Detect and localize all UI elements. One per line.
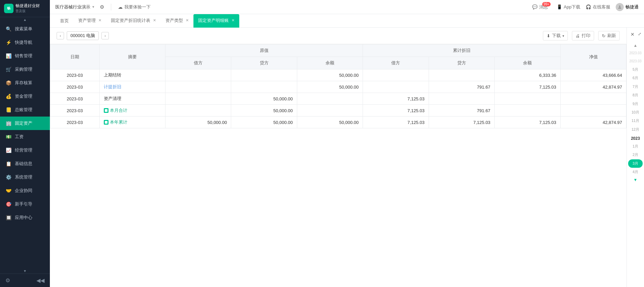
salary-icon: 💵 bbox=[5, 134, 11, 140]
col-orig-debit: 借方 bbox=[165, 57, 231, 69]
panel-top-buttons: ✕ ⤢ bbox=[627, 30, 644, 42]
svg-rect-1 bbox=[105, 109, 108, 112]
tab-home[interactable]: 首页 bbox=[55, 14, 73, 28]
experience-btn[interactable]: ☁ 我要体验一下 bbox=[118, 4, 151, 10]
refresh-button[interactable]: ↻ 刷新 bbox=[598, 31, 620, 40]
tab-asset-mgmt-label: 资产管理 bbox=[78, 18, 96, 24]
timeline-month-5[interactable]: 5月 bbox=[627, 65, 644, 74]
timeline-month-6[interactable]: 6月 bbox=[627, 74, 644, 82]
tabs-bar: 首页 资产管理 ✕ 固定资产折旧统计表 ✕ 资产类型 ✕ 固定资产明细账 ✕ bbox=[50, 14, 644, 28]
panel-expand-button[interactable]: ⤢ bbox=[637, 30, 643, 38]
timeline-month-9[interactable]: 9月 bbox=[627, 100, 644, 108]
tab-depreciation-stats-label: 固定资产折旧统计表 bbox=[111, 18, 150, 24]
sidebar-item-salary[interactable]: 💵 工资 bbox=[0, 130, 50, 144]
sidebar-item-ledger[interactable]: 📒 总账管理 bbox=[0, 103, 50, 117]
sidebar-label-sales: 销售管理 bbox=[15, 53, 32, 59]
cell-acc-debit-3: 7,125.03 bbox=[363, 93, 429, 105]
timeline-scroll-up-button[interactable]: ▲ bbox=[632, 42, 639, 49]
tab-depreciation-stats-close[interactable]: ✕ bbox=[153, 18, 156, 23]
customer-service-label: 在线客服 bbox=[593, 4, 610, 10]
download-icon: 📱 bbox=[557, 4, 562, 9]
cell-orig-debit-2 bbox=[165, 81, 231, 93]
print-button[interactable]: 🖨 打印 bbox=[572, 31, 594, 40]
cell-orig-balance-5: 50,000.00 bbox=[297, 117, 363, 128]
cell-acc-balance-1: 6,333.36 bbox=[495, 69, 560, 81]
app-download-label: App下载 bbox=[564, 4, 580, 10]
sidebar-item-system[interactable]: ⚙️ 系统管理 bbox=[0, 170, 50, 184]
cell-summary-2[interactable]: 计提折旧 bbox=[99, 81, 165, 93]
main-content: 医疗器械行业演示 ▾ ⚙ ☁ 我要体验一下 💬 消息 99+ 📱 App下载 🎧… bbox=[50, 0, 644, 287]
money-icon: 💰 bbox=[5, 93, 11, 99]
app-download-btn[interactable]: 📱 App下载 bbox=[557, 4, 580, 10]
cell-net-value-5: 42,874.97 bbox=[560, 117, 626, 128]
sidebar-item-sales[interactable]: 📊 销售管理 bbox=[0, 49, 50, 63]
collapse-icon[interactable]: ◀◀ bbox=[36, 277, 44, 284]
sidebar-item-quick-nav[interactable]: ⚡ 快捷导航 bbox=[0, 36, 50, 49]
cell-date-4: 2023-03 bbox=[50, 105, 100, 117]
tab-asset-mgmt-close[interactable]: ✕ bbox=[98, 18, 101, 23]
timeline-scroll-down-button[interactable]: ▼ bbox=[632, 176, 639, 184]
table-row: 2023-03 本月合计 50,000.00 bbox=[50, 105, 626, 117]
sidebar-item-enterprise[interactable]: 🤝 企业协同 bbox=[0, 184, 50, 197]
tab-asset-mgmt[interactable]: 资产管理 ✕ bbox=[73, 14, 106, 28]
cell-orig-credit-4: 50,000.00 bbox=[231, 105, 297, 117]
cell-orig-credit-3: 50,000.00 bbox=[231, 93, 297, 105]
sidebar-label-basic-info: 基础信息 bbox=[15, 161, 32, 167]
cell-summary-5: 本年累计 bbox=[99, 117, 165, 128]
timeline-month-7[interactable]: 7月 bbox=[627, 83, 644, 91]
messages-btn[interactable]: 💬 消息 99+ bbox=[532, 4, 548, 10]
sidebar-item-app-center[interactable]: 🔲 应用中心 bbox=[0, 211, 50, 224]
sidebar-item-basic-info[interactable]: 📋 基础信息 bbox=[0, 157, 50, 170]
download-button[interactable]: ⬇ 下载 ▾ bbox=[543, 31, 568, 40]
topbar-settings-icon[interactable]: ⚙ bbox=[100, 4, 104, 10]
settings-bottom-icon[interactable]: ⚙ bbox=[5, 277, 10, 284]
sidebar-item-search[interactable]: 🔍 搜索菜单 bbox=[0, 22, 50, 36]
cell-orig-debit-3 bbox=[165, 93, 231, 105]
cell-acc-debit-4: 7,125.03 bbox=[363, 105, 429, 117]
timeline-month-10[interactable]: 10月 bbox=[627, 108, 644, 117]
timeline-month-1[interactable]: 1月 bbox=[627, 142, 644, 151]
timeline-year1-start[interactable]: 2023.03 bbox=[627, 49, 644, 57]
timeline-month-3-active[interactable]: 3月 bbox=[628, 159, 643, 168]
sidebar-item-guide[interactable]: 🎯 新手引导 bbox=[0, 197, 50, 211]
project-selector[interactable]: 医疗器械行业演示 ▾ bbox=[55, 4, 94, 10]
tab-asset-detail[interactable]: 固定资产明细账 ✕ bbox=[193, 14, 239, 28]
tab-asset-detail-close[interactable]: ✕ bbox=[232, 18, 235, 23]
cell-acc-debit-1 bbox=[363, 69, 429, 81]
target-icon: 🎯 bbox=[5, 201, 11, 207]
panel-close-button[interactable]: ✕ bbox=[629, 30, 636, 40]
timeline-month-12[interactable]: 12月 bbox=[627, 125, 644, 134]
logo-icon: 畅 bbox=[4, 4, 13, 13]
cell-orig-balance-3 bbox=[297, 93, 363, 105]
timeline-month-2[interactable]: 2月 bbox=[627, 151, 644, 159]
sidebar-item-purchase[interactable]: 🛒 采购管理 bbox=[0, 63, 50, 76]
timeline-year1-end[interactable]: 2023.03 bbox=[627, 57, 644, 65]
year-total-tag: 本年累计 bbox=[104, 119, 127, 125]
next-asset-button[interactable]: › bbox=[101, 32, 109, 39]
sub-actions: ⬇ 下载 ▾ 🖨 打印 ↻ 刷新 bbox=[543, 31, 620, 40]
sidebar-item-operations[interactable]: 📈 经营管理 bbox=[0, 144, 50, 157]
customer-service-btn[interactable]: 🎧 在线客服 bbox=[586, 4, 610, 10]
sidebar-item-funds[interactable]: 💰 资金管理 bbox=[0, 90, 50, 103]
sidebar-label-system: 系统管理 bbox=[15, 174, 32, 180]
logo-info: 畅捷通好业财 普及版 bbox=[16, 3, 40, 13]
cell-acc-credit-5: 7,125.03 bbox=[429, 117, 494, 128]
sidebar-item-inventory[interactable]: 📦 库存核算 bbox=[0, 76, 50, 90]
tab-depreciation-stats[interactable]: 固定资产折旧统计表 ✕ bbox=[106, 14, 161, 28]
tab-asset-type-close[interactable]: ✕ bbox=[186, 18, 189, 23]
timeline-month-8[interactable]: 8月 bbox=[627, 91, 644, 99]
col-orig-credit: 贷方 bbox=[231, 57, 297, 69]
timeline-month-11[interactable]: 11月 bbox=[627, 117, 644, 125]
cell-net-value-4 bbox=[560, 105, 626, 117]
tab-asset-type[interactable]: 资产类型 ✕ bbox=[161, 14, 193, 28]
asset-navigator: ‹ 000001 电脑 › bbox=[57, 31, 109, 40]
cell-orig-debit-4 bbox=[165, 105, 231, 117]
cell-acc-balance-4 bbox=[495, 105, 560, 117]
prev-asset-button[interactable]: ‹ bbox=[57, 32, 64, 39]
sidebar-item-fixed-assets[interactable]: 🏢 固定资产 bbox=[0, 117, 50, 130]
svg-rect-2 bbox=[105, 121, 108, 124]
user-profile[interactable]: 畅捷通 bbox=[616, 3, 639, 11]
app-version: 普及版 bbox=[16, 9, 40, 13]
sidebar-label-guide: 新手引导 bbox=[15, 201, 32, 207]
timeline-month-4[interactable]: 4月 bbox=[627, 168, 644, 176]
